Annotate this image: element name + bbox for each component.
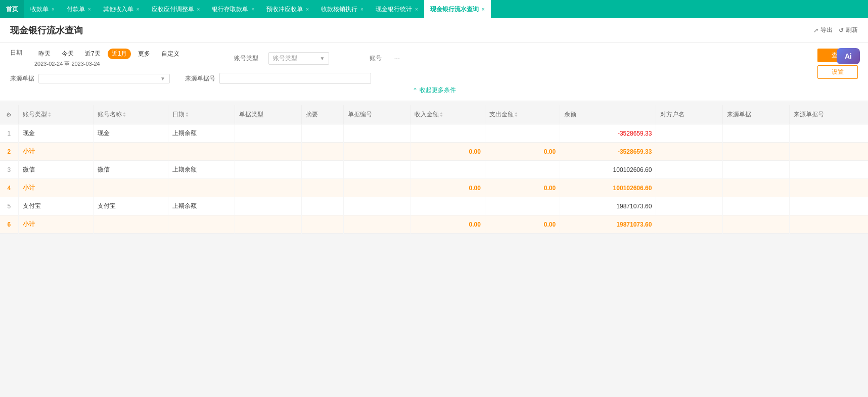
- date-opt-yesterday[interactable]: 昨天: [34, 49, 55, 59]
- page-header: 现金银行流水查询 ↗ 导出 ↺ 刷新: [0, 18, 868, 42]
- account-more-icon[interactable]: ···: [394, 54, 400, 62]
- sort-account-type[interactable]: 账号类型: [23, 110, 89, 119]
- cell-expense: [485, 124, 560, 143]
- nav-home[interactable]: 首页: [0, 0, 24, 18]
- cell-no: 5: [0, 197, 18, 215]
- page-title: 现金银行流水查询: [10, 24, 83, 36]
- date-options: 昨天 今天 近7天 近1月 更多 自定义: [34, 49, 184, 59]
- nav-bank-flow-close[interactable]: ×: [482, 7, 485, 12]
- nav-payment-close[interactable]: ×: [88, 7, 91, 12]
- nav-bank-stats[interactable]: 现金银行统计 ×: [370, 0, 424, 18]
- cell-income: 0.00: [410, 143, 485, 161]
- cell-doc-type: [235, 179, 301, 197]
- cell-source-doc-no: [790, 215, 868, 234]
- cell-summary: [301, 124, 343, 143]
- nav-prepaid-close[interactable]: ×: [306, 7, 309, 12]
- cell-balance: -3528659.33: [560, 143, 656, 161]
- nav-writeoff[interactable]: 收款核销执行 ×: [315, 0, 370, 18]
- nav-receipt[interactable]: 收款单 ×: [24, 0, 61, 18]
- col-date: 日期: [168, 105, 235, 124]
- col-source-doc-no-label: 来源单据号: [794, 111, 824, 118]
- sort-account-name[interactable]: 账号名称: [98, 110, 164, 119]
- nav-receipt-close[interactable]: ×: [52, 7, 55, 12]
- nav-writeoff-label: 收款核销执行: [321, 5, 357, 14]
- ai-badge[interactable]: Ai: [837, 48, 860, 64]
- nav-adjustment[interactable]: 应收应付调整单 ×: [146, 0, 206, 18]
- date-opt-more[interactable]: 更多: [134, 49, 154, 59]
- col-account-name: 账号名称: [93, 105, 168, 124]
- account-type-select[interactable]: 账号类型 ▼: [268, 52, 329, 65]
- account-type-arrow-icon: ▼: [319, 56, 325, 61]
- refresh-icon: ↺: [839, 27, 844, 34]
- table-settings-icon[interactable]: ⚙: [5, 111, 13, 119]
- nav-other-income-close[interactable]: ×: [136, 7, 140, 12]
- data-table: ⚙ 账号类型 账号名称: [0, 105, 868, 234]
- source-doc-no-label: 来源单据号: [185, 74, 215, 83]
- nav-bank-stats-label: 现金银行统计: [376, 5, 412, 14]
- date-opt-today[interactable]: 今天: [58, 49, 78, 59]
- nav-receipt-label: 收款单: [30, 5, 49, 14]
- sort-income[interactable]: 收入金额: [415, 110, 481, 119]
- col-summary-label: 摘要: [306, 111, 318, 118]
- cell-income: [410, 161, 485, 179]
- cell-summary: [301, 215, 343, 234]
- cell-source-doc: [723, 197, 790, 215]
- cell-account-type: 现金: [18, 124, 93, 143]
- cell-doc-no: [343, 179, 410, 197]
- nav-adjustment-label: 应收应付调整单: [152, 5, 194, 14]
- date-opt-7days[interactable]: 近7天: [81, 49, 105, 59]
- cell-doc-no: [343, 124, 410, 143]
- col-doc-type-label: 单据类型: [239, 111, 263, 118]
- col-doc-type: 单据类型: [235, 105, 301, 124]
- collapse-label: 收起更多条件: [420, 86, 456, 95]
- nav-writeoff-close[interactable]: ×: [360, 7, 363, 12]
- cell-source-doc: [723, 143, 790, 161]
- table-body: 1现金现金上期余额-3528659.332小计0.000.00-3528659.…: [0, 124, 868, 234]
- cell-source-doc-no: [790, 124, 868, 143]
- date-opt-custom[interactable]: 自定义: [157, 49, 184, 59]
- cell-no: 3: [0, 161, 18, 179]
- setting-button[interactable]: 设置: [817, 65, 858, 79]
- cell-counterparty: [656, 179, 723, 197]
- cell-income: [410, 124, 485, 143]
- collapse-bar[interactable]: ⌃ 收起更多条件: [10, 86, 858, 95]
- cell-date: [168, 179, 235, 197]
- nav-bank-deposit[interactable]: 银行存取款单 ×: [206, 0, 260, 18]
- cell-date: 上期余额: [168, 161, 235, 179]
- cell-no: 2: [0, 143, 18, 161]
- cell-doc-type: [235, 124, 301, 143]
- nav-payment[interactable]: 付款单 ×: [61, 0, 97, 18]
- nav-bank-deposit-close[interactable]: ×: [251, 7, 254, 12]
- cell-account-name: 现金: [93, 124, 168, 143]
- source-doc-select[interactable]: ▼: [38, 74, 170, 83]
- refresh-label: 刷新: [846, 26, 858, 34]
- nav-prepaid[interactable]: 预收冲应收单 ×: [260, 0, 315, 18]
- table-header-row: ⚙ 账号类型 账号名称: [0, 105, 868, 124]
- date-opt-1month[interactable]: 近1月: [108, 49, 131, 59]
- nav-adjustment-close[interactable]: ×: [197, 7, 200, 12]
- cell-no: 1: [0, 124, 18, 143]
- account-type-placeholder: 账号类型: [273, 54, 297, 63]
- cell-expense: 0.00: [485, 143, 560, 161]
- cell-account-name: [93, 179, 168, 197]
- cell-balance: 100102606.60: [560, 161, 656, 179]
- col-source-doc-label: 来源单据: [727, 111, 751, 118]
- cell-balance: -3528659.33: [560, 124, 656, 143]
- nav-bank-stats-close[interactable]: ×: [415, 7, 418, 12]
- sort-expense[interactable]: 支出金额: [489, 110, 556, 119]
- sort-date[interactable]: 日期: [172, 110, 231, 119]
- cell-doc-no: [343, 197, 410, 215]
- cell-source-doc: [723, 124, 790, 143]
- filter-area: 日期 昨天 今天 近7天 近1月 更多 自定义 2023-02-24 至 202…: [0, 42, 868, 101]
- export-button[interactable]: ↗ 导出: [813, 26, 833, 34]
- table-row: 4小计0.000.00100102606.60: [0, 179, 868, 197]
- nav-bank-flow[interactable]: 现金银行流水查询 ×: [424, 0, 491, 18]
- cell-date: 上期余额: [168, 197, 235, 215]
- col-account-type: 账号类型: [18, 105, 93, 124]
- cell-account-name: 微信: [93, 161, 168, 179]
- cell-summary: [301, 197, 343, 215]
- source-doc-no-input[interactable]: [219, 73, 371, 84]
- refresh-button[interactable]: ↺ 刷新: [839, 26, 858, 34]
- cell-summary: [301, 161, 343, 179]
- nav-other-income[interactable]: 其他收入单 ×: [97, 0, 146, 18]
